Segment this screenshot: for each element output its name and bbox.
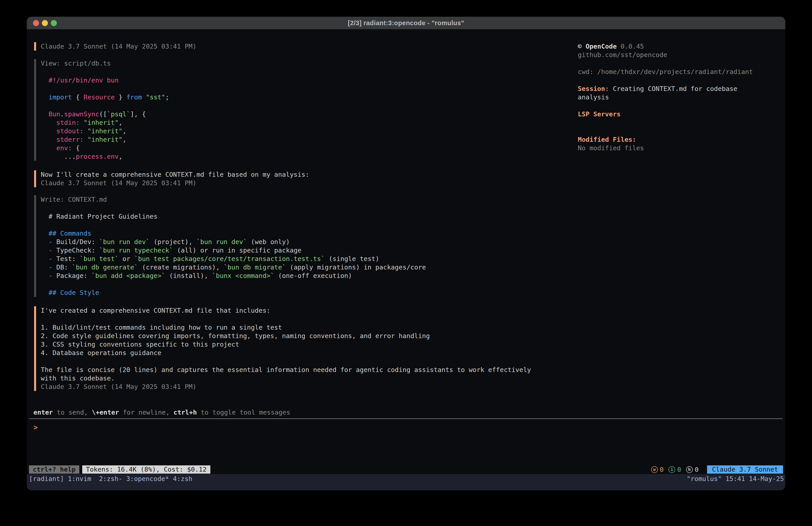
tool-write-block: Write: CONTEXT.md # Radiant Project Guid… <box>34 195 426 297</box>
diagnostic-infos: i 0 <box>668 466 681 473</box>
minimize-button[interactable] <box>42 20 48 26</box>
window-controls <box>33 17 57 29</box>
window-title: [2/3] radiant:3:opencode - "romulus" <box>348 19 464 27</box>
tmux-status-bar: [radiant] 1:nvim 2:zsh- 3:opencode* 4:zs… <box>27 474 785 491</box>
opencode-app: Claude 3.7 Sonnet (14 May 2025 03:41 PM)… <box>27 29 785 491</box>
info-icon: i <box>668 466 675 473</box>
diagnostic-hints: h 0 <box>686 466 699 473</box>
close-button[interactable] <box>33 20 39 26</box>
help-badge: ctrl+? help <box>29 465 79 474</box>
assistant-response-block: I've created a comprehensive CONTEXT.md … <box>34 306 531 391</box>
hint-count: 0 <box>695 466 699 473</box>
model-badge[interactable]: Claude 3.7 Sonnet <box>707 465 783 474</box>
terminal-window: [2/3] radiant:3:opencode - "romulus" Cla… <box>27 17 785 491</box>
warning-icon: w <box>651 466 658 473</box>
maximize-button[interactable] <box>51 20 57 26</box>
prompt-input[interactable]: > <box>34 423 38 431</box>
assistant-note-block: Now I'll create a comprehensive CONTEXT.… <box>34 170 309 187</box>
tmux-session-info: "romulus" 15:41 14-May-25 <box>687 474 784 483</box>
hint-icon: h <box>686 466 693 473</box>
titlebar: [2/3] radiant:3:opencode - "romulus" <box>27 17 785 29</box>
warning-count: 0 <box>660 466 664 473</box>
diagnostics-group: w 0 i 0 h 0 <box>651 466 699 473</box>
status-right-group: w 0 i 0 h 0 Claude 3.7 Sonnet <box>651 465 783 474</box>
tmux-window-list[interactable]: [radiant] 1:nvim 2:zsh- 3:opencode* 4:zs… <box>29 474 192 483</box>
input-divider <box>29 418 783 419</box>
tool-view-block: View: script/db.ts #!/usr/bin/env bun im… <box>34 59 169 161</box>
session-sidebar: © OpenCode 0.0.45 github.com/sst/opencod… <box>578 42 753 152</box>
diagnostic-warnings: w 0 <box>651 466 664 473</box>
tokens-cost-badge: Tokens: 16.4K (8%), Cost: $0.12 <box>82 465 211 474</box>
info-count: 0 <box>677 466 681 473</box>
message-header-1: Claude 3.7 Sonnet (14 May 2025 03:41 PM) <box>34 42 196 51</box>
keybinding-help: enter to send, \+enter for newline, ctrl… <box>33 408 290 416</box>
opencode-status-bar: ctrl+? help Tokens: 16.4K (8%), Cost: $0… <box>27 465 785 474</box>
